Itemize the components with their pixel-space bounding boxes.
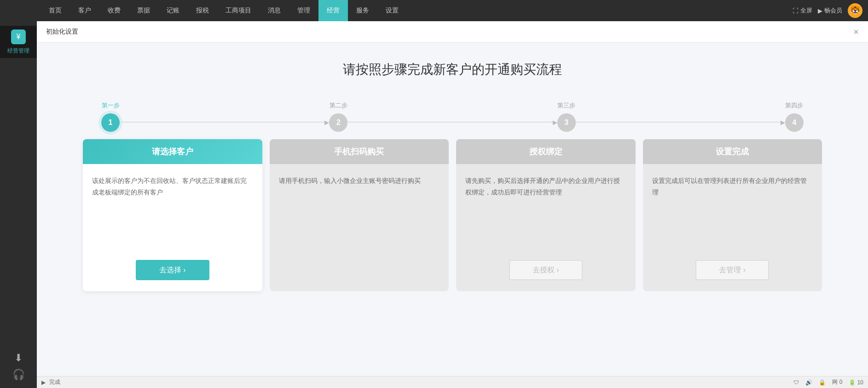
connector-2-3: ▶ <box>347 119 557 126</box>
fullscreen-btn[interactable]: ⛶ 全屏 <box>793 6 812 15</box>
card-1-title: 请选择客户 <box>83 139 262 164</box>
card-2-body: 请用手机扫码，输入小微企业主账号密码进行购买 <box>270 164 449 273</box>
card-2-footer <box>270 273 449 291</box>
card-4-footer: 去管理 › <box>643 253 822 291</box>
nav-message[interactable]: 消息 <box>260 0 289 21</box>
play-status-icon: ▶ <box>41 379 46 386</box>
step-3: 第三步 3 <box>557 101 576 132</box>
connector-line <box>120 122 325 123</box>
sidebar: ¥ 经营管理 ⬇ 🎧 <box>0 21 37 388</box>
step-1-circle: 1 <box>101 113 120 132</box>
vip-btn[interactable]: ▶ 畅会员 <box>818 6 842 15</box>
step-2-circle: 2 <box>329 113 347 132</box>
headset-icon[interactable]: 🎧 <box>12 369 25 381</box>
card-3-title: 授权绑定 <box>456 139 636 164</box>
page-title: 初始化设置 <box>46 28 78 36</box>
step-3-circle: 3 <box>557 113 576 132</box>
step-4: 第四步 4 <box>785 101 804 132</box>
nav-invoice[interactable]: 票据 <box>129 0 158 21</box>
yen-icon: ¥ <box>11 29 26 44</box>
nav-manage[interactable]: 管理 <box>289 0 318 21</box>
shield-icon: 🛡 <box>793 379 799 386</box>
nav-business[interactable]: 工商项目 <box>217 0 260 21</box>
status-text: 完成 <box>49 378 60 386</box>
card-1-footer: 去选择 › <box>83 253 262 291</box>
fullscreen-icon: ⛶ <box>793 7 799 14</box>
step-3-label: 第三步 <box>557 101 575 110</box>
status-bar-right: 🛡 🔊 🔒 网 0 🔋 10 <box>793 378 863 386</box>
go-select-button[interactable]: 去选择 › <box>136 260 209 280</box>
main-content: 初始化设置 × 请按照步骤完成新客户的开通购买流程 第一步 1 ▶ 第二步 2 <box>37 21 868 376</box>
step-4-circle: 4 <box>785 113 804 132</box>
card-3-body: 请先购买，购买后选择开通的产品中的企业用户进行授权绑定，成功后即可进行经营管理 <box>456 164 636 253</box>
card-3-footer: 去授权 › <box>456 253 636 291</box>
card-scan-buy: 手机扫码购买 请用手机扫码，输入小微企业主账号密码进行购买 <box>270 139 449 291</box>
step-4-label: 第四步 <box>785 101 803 110</box>
download-icon[interactable]: ⬇ <box>14 352 23 364</box>
connector-line <box>576 122 781 123</box>
top-nav: 首页 客户 收费 票据 记账 报税 工商项目 消息 管理 经营 服务 设置 ⛶ … <box>0 0 868 21</box>
play-icon: ▶ <box>818 7 822 14</box>
go-auth-button[interactable]: 去授权 › <box>509 260 583 280</box>
avatar[interactable]: 🐯 <box>848 3 862 18</box>
network-status: 网 0 <box>832 378 842 386</box>
card-1-body: 该处展示的客户为不在回收站、客户状态正常建账后完成老板端绑定的所有客户 <box>83 164 262 253</box>
volume-icon: 🔊 <box>805 379 812 386</box>
steps-track: 第一步 1 ▶ 第二步 2 ▶ 第三步 3 <box>64 101 840 132</box>
card-2-title: 手机扫码购买 <box>270 139 449 164</box>
nav-tax[interactable]: 报税 <box>188 0 217 21</box>
nav-home[interactable]: 首页 <box>41 0 70 21</box>
arrow-icon: ▶ <box>781 119 785 126</box>
nav-fee[interactable]: 收费 <box>99 0 129 21</box>
step-2: 第二步 2 <box>329 101 347 132</box>
battery-icon: 🔋 10 <box>849 379 863 386</box>
step-1: 第一步 1 <box>101 101 120 132</box>
cards-row: 请选择客户 该处展示的客户为不在回收站、客户状态正常建账后完成老板端绑定的所有客… <box>64 139 840 291</box>
nav-settings[interactable]: 设置 <box>377 0 407 21</box>
card-4-title: 设置完成 <box>643 139 822 164</box>
card-select-customer: 请选择客户 该处展示的客户为不在回收站、客户状态正常建账后完成老板端绑定的所有客… <box>83 139 262 291</box>
connector-1-2: ▶ <box>120 119 329 126</box>
step-1-label: 第一步 <box>102 101 120 110</box>
sidebar-bottom: ⬇ 🎧 <box>12 352 25 388</box>
arrow-icon: ▶ <box>324 119 329 126</box>
card-4-body: 设置完成后可以在管理列表进行所有企业用户的经营管理 <box>643 164 822 253</box>
page-heading: 请按照步骤完成新客户的开通购买流程 <box>64 61 840 78</box>
card-auth-bind: 授权绑定 请先购买，购买后选择开通的产品中的企业用户进行授权绑定，成功后即可进行… <box>456 139 636 291</box>
nav-account[interactable]: 记账 <box>158 0 188 21</box>
card-setup-complete: 设置完成 设置完成后可以在管理列表进行所有企业用户的经营管理 去管理 › <box>643 139 822 291</box>
nav-customer[interactable]: 客户 <box>70 0 99 21</box>
connector-3-4: ▶ <box>576 119 785 126</box>
lock-icon: 🔒 <box>819 379 826 386</box>
nav-operation[interactable]: 经营 <box>318 0 348 21</box>
nav-right-actions: ⛶ 全屏 ▶ 畅会员 🐯 <box>793 3 868 18</box>
nav-service[interactable]: 服务 <box>348 0 377 21</box>
page-body: 请按照步骤完成新客户的开通购买流程 第一步 1 ▶ 第二步 2 ▶ <box>37 42 868 376</box>
arrow-icon: ▶ <box>553 119 557 126</box>
sidebar-operation[interactable]: ¥ 经营管理 <box>0 26 37 58</box>
step-2-label: 第二步 <box>330 101 347 110</box>
content-header: 初始化设置 × <box>37 21 868 42</box>
status-bar: ▶ 完成 🛡 🔊 🔒 网 0 🔋 10 <box>37 376 868 388</box>
close-button[interactable]: × <box>853 27 859 36</box>
go-manage-button[interactable]: 去管理 › <box>695 260 769 280</box>
connector-line <box>347 122 553 123</box>
